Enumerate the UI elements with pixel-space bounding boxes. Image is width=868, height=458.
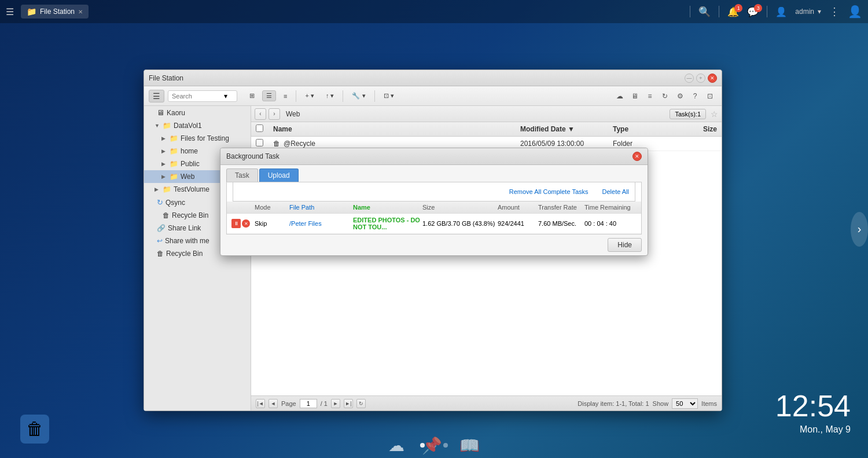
datavol1-expand-icon: ▼: [155, 123, 160, 129]
refresh-status-button[interactable]: ↻: [356, 399, 366, 408]
task-mode: Skip: [255, 220, 289, 227]
row-checkbox-col: [256, 139, 273, 148]
sidebar-item-files-for-testing[interactable]: ▶ 📁 Files for Testing: [144, 132, 251, 145]
detail-view-button[interactable]: ≡: [279, 91, 291, 101]
nav-forward-button[interactable]: ›: [269, 108, 280, 120]
nav-back-button[interactable]: ‹: [255, 108, 266, 120]
header-mode: Mode: [255, 204, 289, 211]
home-icon: 📁: [170, 147, 178, 155]
recycle-bin-desktop[interactable]: 🗑: [20, 415, 49, 444]
filter-icon[interactable]: ≡: [643, 89, 657, 103]
qsync-label: Qsync: [165, 199, 185, 207]
chevron-right-button[interactable]: ›: [851, 212, 868, 247]
sidebar-item-datavol1[interactable]: ▼ 📁 DataVol1: [144, 119, 251, 132]
hamburger-menu-icon[interactable]: ☰: [6, 6, 14, 17]
dialog-tabs: Task Upload: [220, 165, 648, 182]
pause-button[interactable]: ⏸: [231, 219, 241, 228]
file-station-tab-icon: 📁: [27, 7, 36, 16]
sidebar-item-kaoru[interactable]: 🖥 Kaoru: [144, 106, 251, 119]
notification-bell-icon[interactable]: 🔔 1: [727, 6, 739, 17]
sort-icon[interactable]: ▼: [568, 125, 575, 133]
tools-button[interactable]: 🔧 ▾: [348, 90, 369, 101]
next-page-button[interactable]: ►: [331, 399, 340, 408]
first-page-button[interactable]: |◄: [256, 399, 265, 408]
search-icon[interactable]: 🔍: [698, 6, 711, 18]
header-rate: Transfer Rate: [538, 204, 584, 211]
search-dropdown-icon[interactable]: ▾: [224, 92, 227, 100]
tab-task[interactable]: Task: [226, 168, 258, 182]
refresh-icon[interactable]: ↻: [658, 89, 672, 103]
prev-page-button[interactable]: ◄: [269, 399, 278, 408]
expand-icon[interactable]: ⊡: [703, 89, 717, 103]
minimize-button[interactable]: —: [685, 74, 694, 83]
datavol1-icon: 📁: [163, 122, 171, 130]
monitor-icon[interactable]: 🖥: [628, 89, 642, 103]
recycle-qsync-label: Recycle Bin: [172, 211, 208, 219]
toolbar-sep2: [343, 90, 343, 102]
search-box[interactable]: ▾: [168, 90, 237, 102]
remove-all-label[interactable]: Remove All Complete Tasks: [509, 185, 589, 199]
show-select[interactable]: 50 100 200: [672, 398, 698, 409]
tab-upload[interactable]: Upload: [259, 168, 299, 182]
add-button[interactable]: + ▾: [301, 90, 318, 101]
delete-all-label[interactable]: Delete All: [602, 185, 629, 199]
search-input[interactable]: [172, 93, 224, 100]
user-menu[interactable]: admin ▾: [795, 8, 821, 16]
recycle-bin-icon: 🗑: [20, 415, 49, 444]
avatar-icon[interactable]: 👤: [848, 5, 862, 19]
taskbar-divider2: [719, 6, 719, 17]
help-icon[interactable]: ?: [688, 89, 702, 103]
header-name: Name: [273, 125, 520, 133]
dock-cloud-icon[interactable]: ☁: [388, 436, 404, 455]
task-rate: 7.60 MB/Sec.: [538, 220, 584, 227]
task-row: ⏸ ✕ Skip /Peter Files EDITED PHOTOS - DO…: [227, 214, 641, 234]
more-options-icon[interactable]: ⋮: [829, 5, 840, 18]
page-input[interactable]: [300, 399, 317, 408]
hide-button[interactable]: Hide: [608, 238, 642, 252]
files-testing-expand-icon: ▶: [161, 135, 167, 141]
dialog-close-button[interactable]: ✕: [632, 152, 642, 161]
clock-date: Mon., May 9: [775, 424, 851, 435]
task-amount: 924/2441: [498, 220, 538, 227]
recycle-qsync-icon: 🗑: [163, 211, 170, 219]
user-icon[interactable]: 👤: [775, 6, 787, 17]
grid-view-button[interactable]: ⊞: [245, 90, 259, 101]
list-view-button[interactable]: ☰: [262, 90, 276, 101]
dialog-titlebar: Background Task ✕: [220, 148, 648, 165]
select-all-checkbox[interactable]: [256, 124, 263, 132]
tab-close-icon[interactable]: ✕: [78, 9, 83, 15]
cloud-icon[interactable]: ☁: [613, 89, 627, 103]
dialog-actions: Remove All Complete Tasks Delete All: [233, 182, 635, 201]
public-expand-icon: ▶: [161, 161, 167, 167]
testvolume-icon: 📁: [163, 185, 171, 193]
share-button[interactable]: ⊡ ▾: [380, 90, 398, 101]
username-label: admin: [795, 8, 814, 16]
close-button[interactable]: ✕: [708, 74, 717, 83]
share-with-me-icon: ↩: [157, 237, 163, 245]
favorite-star-icon[interactable]: ☆: [711, 109, 718, 119]
dock-pin-icon[interactable]: 📌: [422, 436, 442, 455]
upload-button[interactable]: ↑ ▾: [322, 90, 339, 101]
maximize-button[interactable]: +: [696, 74, 705, 83]
items-label: Items: [701, 400, 717, 407]
header-size: Size: [422, 204, 498, 211]
web-icon: 📁: [170, 173, 178, 181]
cancel-button[interactable]: ✕: [242, 219, 250, 228]
taskbar-divider3: [767, 6, 767, 17]
app-tab-file-station[interactable]: 📁 File Station ✕: [21, 5, 89, 19]
file-name-col: 🗑 @Recycle: [273, 140, 520, 148]
show-label: Show: [653, 400, 669, 407]
sidebar-toggle-button[interactable]: ☰: [149, 90, 164, 102]
file-recycle-icon: 🗑: [273, 140, 280, 148]
row-checkbox[interactable]: [256, 139, 263, 146]
last-page-button[interactable]: ►|: [344, 399, 353, 408]
task-badge[interactable]: Task(s):1: [670, 109, 706, 119]
dialog-content: Remove All Complete Tasks Delete All Mod…: [226, 182, 642, 235]
task-size: 1.62 GB/3.70 GB (43.8%): [422, 220, 498, 227]
dock-book-icon[interactable]: 📖: [459, 436, 480, 455]
settings-icon[interactable]: ⚙: [673, 89, 687, 103]
task-remaining: 00 : 04 : 40: [584, 220, 637, 227]
toolbar-sep1: [296, 90, 296, 102]
status-bar: |◄ ◄ Page / 1 ► ►| ↻ Display item: 1-1, …: [251, 395, 722, 411]
chat-icon[interactable]: 💬 3: [747, 6, 759, 17]
